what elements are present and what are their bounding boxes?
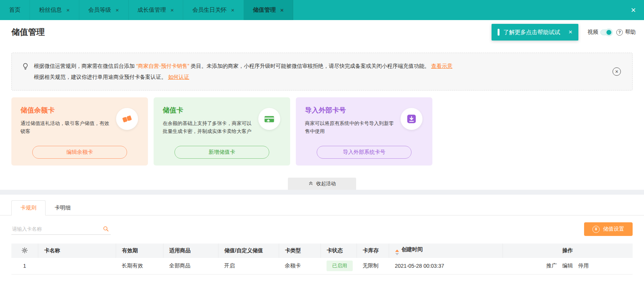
panel-tabs: 卡规则 卡明细 — [0, 195, 644, 215]
chevron-up-double-icon — [308, 181, 313, 187]
notice-close-icon[interactable]: × — [613, 67, 621, 76]
card-rules-table: 卡名称 有效期 适用商品 储值/自定义储值 卡类型 卡状态 卡库存 创建时间 操… — [11, 244, 633, 275]
edit-action[interactable]: 编辑 — [562, 262, 573, 269]
header-actions: 操作 — [503, 244, 633, 258]
top-tab-bar: 首页 粉丝信息 × 会员等级 × 成长值管理 × 会员生日关怀 × 储值管理 ×… — [0, 0, 644, 20]
window-close-icon[interactable]: × — [623, 0, 644, 20]
balance-card-promo: 储值余额卡 通过储值送礼活动，吸引客户储值，有效锁客 编辑余额卡 — [11, 97, 148, 166]
search-icon[interactable] — [102, 225, 109, 234]
add-stored-value-card-button[interactable]: 新增储值卡 — [174, 146, 269, 159]
collapse-label: 收起活动 — [316, 180, 336, 187]
cell-card-name — [38, 258, 116, 274]
gear-icon[interactable] — [21, 249, 28, 255]
cell-custom-value: 开启 — [218, 258, 279, 274]
video-label: 视频 — [587, 29, 598, 36]
header-custom-value: 储值/自定义储值 — [218, 244, 279, 258]
notice-text: 根据微信运营规则，商家需在微信后台添加 “商家自营-预付卡销售” 类目。未添加的… — [34, 61, 452, 83]
cell-applicable-goods: 全部商品 — [163, 258, 218, 274]
notice-line-1: 根据微信运营规则，商家需在微信后台添加 “商家自营-预付卡销售” 类目。未添加的… — [34, 61, 452, 72]
notice-highlight: “商家自营-预付卡销售” — [136, 63, 189, 69]
sort-toggle-icon[interactable] — [395, 250, 399, 255]
ticket-icon — [116, 108, 138, 130]
tab-card-details[interactable]: 卡明细 — [46, 200, 80, 215]
help-tip-icon — [498, 29, 499, 36]
header-card-type: 卡类型 — [279, 244, 320, 258]
tab-label: 储值管理 — [253, 6, 276, 14]
table-row: 1 长期有效 全部商品 开启 余额卡 已启用 无限制 2021-05-28 00… — [11, 258, 633, 274]
help-group[interactable]: ? 帮助 — [616, 29, 636, 36]
import-card-promo: 导入外部卡号 商家可以将原有系统中的卡号导入到新零售中使用 导入外部系统卡号 — [296, 97, 432, 166]
toggle-knob — [605, 28, 613, 36]
cell-created-time: 2021-05-28 00:03:37 — [389, 258, 503, 274]
stored-value-settings-button[interactable]: ¥ 储值设置 — [584, 222, 633, 236]
cell-card-status: 已启用 — [320, 258, 357, 274]
table-header-row: 卡名称 有效期 适用商品 储值/自定义储值 卡类型 卡状态 卡库存 创建时间 操… — [11, 244, 633, 258]
card-search — [11, 223, 111, 235]
header-applicable-goods: 适用商品 — [163, 244, 218, 258]
tab-close-icon[interactable]: × — [280, 7, 284, 13]
tab-stored-value[interactable]: 储值管理 × — [244, 0, 293, 20]
help-tip-banner: 了解更多点击帮助试试 × — [492, 24, 578, 41]
tab-close-icon[interactable]: × — [231, 7, 234, 13]
collapse-activities-button[interactable]: 收起活动 — [288, 178, 356, 190]
tab-label: 首页 — [9, 6, 20, 14]
promo-cards-row: 储值余额卡 通过储值送礼活动，吸引客户储值，有效锁客 编辑余额卡 储值卡 在余额… — [11, 97, 633, 166]
tab-birthday-care[interactable]: 会员生日关怀 × — [183, 0, 244, 20]
tab-member-level[interactable]: 会员等级 × — [79, 0, 129, 20]
yen-icon: ¥ — [592, 226, 600, 233]
search-input[interactable] — [11, 223, 111, 235]
promo-desc: 在余额的基础上支持了多张卡，商家可以批量生成卡密，并制成实体卡卖给大客户 — [163, 119, 253, 135]
cell-card-stock: 无限制 — [357, 258, 389, 274]
tab-close-icon[interactable]: × — [171, 7, 174, 13]
topbar-spacer — [293, 0, 623, 20]
header-card-name: 卡名称 — [38, 244, 116, 258]
how-to-certify-link[interactable]: 如何认证 — [168, 74, 189, 80]
header-validity: 有效期 — [116, 244, 163, 258]
disable-action[interactable]: 停用 — [578, 262, 589, 269]
card-management-panel: 卡规则 卡明细 ¥ 储值设置 — [0, 195, 644, 275]
status-badge: 已启用 — [327, 261, 353, 271]
stored-value-card-promo: 储值卡 在余额的基础上支持了多张卡，商家可以批量生成卡密，并制成实体卡卖给大客户… — [154, 97, 290, 166]
page-title: 储值管理 — [11, 27, 45, 38]
notice-line-2: 根据相关规范，建议你进行单用途商业预付卡备案认证。 如何认证 — [34, 72, 452, 83]
page-header: 储值管理 了解更多点击帮助试试 × 视频 ? 帮助 — [0, 20, 644, 44]
help-question-icon[interactable]: ? — [616, 29, 623, 36]
tab-home[interactable]: 首页 — [0, 0, 30, 20]
tab-growth-value[interactable]: 成长值管理 × — [129, 0, 184, 20]
video-toggle[interactable] — [600, 30, 612, 35]
tab-label: 成长值管理 — [138, 6, 166, 14]
wechat-notice-banner: 根据微信运营规则，商家需在微信后台添加 “商家自营-预付卡销售” 类目。未添加的… — [11, 53, 633, 91]
help-label: 帮助 — [625, 29, 636, 36]
tab-close-icon[interactable]: × — [66, 7, 70, 13]
column-settings-header — [11, 244, 38, 258]
promo-desc: 通过储值送礼活动，吸引客户储值，有效锁客 — [20, 119, 111, 135]
card-upload-icon — [258, 108, 280, 130]
row-index: 1 — [11, 258, 38, 274]
import-external-card-button[interactable]: 导入外部系统卡号 — [317, 146, 412, 159]
section-divider — [0, 190, 644, 195]
tab-card-rules[interactable]: 卡规则 — [11, 200, 46, 215]
tab-label: 粉丝信息 — [39, 6, 62, 14]
promote-action[interactable]: 推广 — [547, 262, 557, 269]
import-download-icon — [401, 108, 423, 130]
cell-card-type: 余额卡 — [279, 258, 320, 274]
video-group: 视频 — [587, 29, 612, 36]
header-card-stock: 卡库存 — [357, 244, 389, 258]
help-tip-close-icon[interactable]: × — [569, 28, 572, 36]
header-card-status: 卡状态 — [320, 244, 357, 258]
settings-button-label: 储值设置 — [603, 226, 624, 233]
lightbulb-icon — [22, 62, 29, 83]
header-created-time: 创建时间 — [389, 244, 503, 258]
panel-toolbar: ¥ 储值设置 — [0, 215, 644, 241]
promo-desc: 商家可以将原有系统中的卡号导入到新零售中使用 — [305, 119, 395, 135]
tab-label: 会员等级 — [88, 6, 111, 14]
tab-close-icon[interactable]: × — [116, 7, 119, 13]
cell-validity: 长期有效 — [116, 258, 163, 274]
tab-fans-info[interactable]: 粉丝信息 × — [30, 0, 79, 20]
view-example-link[interactable]: 查看示意 — [431, 63, 452, 69]
edit-balance-card-button[interactable]: 编辑余额卡 — [32, 146, 127, 159]
cell-actions: 推广 编辑 停用 — [503, 258, 633, 274]
tab-label: 会员生日关怀 — [192, 6, 226, 14]
help-tip-text: 了解更多点击帮助试试 — [503, 29, 560, 36]
